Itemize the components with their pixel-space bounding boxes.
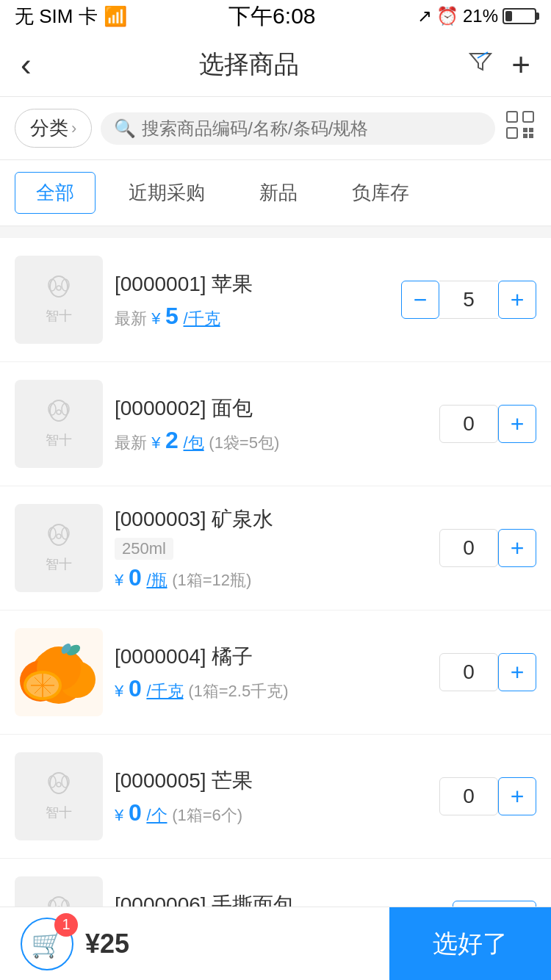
svg-rect-1 <box>507 112 517 122</box>
product-image <box>15 628 103 716</box>
quantity-increase-button[interactable]: + <box>498 529 536 567</box>
price-label: 最新 <box>115 309 151 328</box>
quantity-increase-button[interactable]: + <box>498 405 536 443</box>
search-icon: 🔍 <box>114 118 136 139</box>
quantity-decrease-button[interactable]: − <box>401 281 439 319</box>
bottom-bar: 🛒 1 ¥25 选好了 <box>0 907 551 980</box>
wifi-icon: 📶 <box>104 5 127 28</box>
cart-icon-wrap[interactable]: 🛒 1 <box>21 918 73 970</box>
quantity-input[interactable] <box>439 653 498 691</box>
category-button[interactable]: 分类 › <box>15 109 92 148</box>
svg-rect-4 <box>523 128 527 132</box>
header-actions: + <box>467 46 530 83</box>
svg-rect-3 <box>507 128 517 138</box>
quantity-increase-button[interactable]: + <box>498 777 536 815</box>
category-chevron-icon: › <box>71 119 76 138</box>
carrier-label: 无 SIM 卡 <box>15 4 98 29</box>
quantity-input[interactable] <box>439 777 498 815</box>
quantity-input[interactable] <box>439 281 498 319</box>
alarm-icon: ⏰ <box>436 6 458 26</box>
battery-icon <box>503 8 536 24</box>
price-value: 0 <box>129 564 142 591</box>
quantity-control: + <box>439 405 536 443</box>
cart-section: 🛒 1 ¥25 <box>0 918 389 970</box>
price-box-info: (1箱=12瓶) <box>172 571 251 589</box>
add-button[interactable]: + <box>511 46 530 83</box>
cart-amount: ¥25 <box>85 929 129 959</box>
brand-watermark: 智十 <box>46 804 72 821</box>
svg-point-35 <box>57 782 61 787</box>
product-info: [0000001] 苹果 最新 ¥ 5 /千克 <box>115 270 389 330</box>
product-price: ¥ 0 /千克 (1箱=2.5千克) <box>115 675 428 702</box>
price-unit: /包 <box>184 433 204 452</box>
price-value: 2 <box>165 427 179 453</box>
status-left: 无 SIM 卡 📶 <box>15 4 127 29</box>
tab-recent[interactable]: 近期采购 <box>107 172 226 214</box>
back-button[interactable]: ‹ <box>21 46 32 83</box>
page-title: 选择商品 <box>199 48 299 82</box>
product-image: 智十 <box>15 752 103 840</box>
price-unit: /千克 <box>146 682 183 700</box>
price-value: 0 <box>129 799 142 826</box>
price-box-info: (1袋=5包) <box>209 433 279 452</box>
svg-rect-6 <box>523 134 527 138</box>
product-info: [0000005] 芒果 ¥ 0 /个 (1箱=6个) <box>115 767 428 826</box>
confirm-button[interactable]: 选好了 <box>389 907 551 981</box>
status-bar: 无 SIM 卡 📶 下午6:08 ↗ ⏰ 21% <box>0 0 551 32</box>
price-currency: ¥ <box>115 806 123 824</box>
price-box-info: (1箱=2.5千克) <box>188 682 288 700</box>
svg-point-19 <box>57 534 61 538</box>
price-label: 最新 <box>115 433 151 452</box>
svg-point-11 <box>57 286 61 290</box>
product-spec: 250ml <box>115 538 173 560</box>
product-info: [0000003] 矿泉水 250ml ¥ 0 /瓶 (1箱=12瓶) <box>115 505 428 591</box>
product-list: 智十 [0000001] 苹果 最新 ¥ 5 /千克 − + <box>0 238 551 980</box>
product-image: 智十 <box>15 504 103 592</box>
tab-all[interactable]: 全部 <box>15 172 96 214</box>
brand-watermark: 智十 <box>46 555 72 573</box>
scan-icon[interactable] <box>504 109 536 148</box>
tab-new[interactable]: 新品 <box>238 172 319 214</box>
status-right: ↗ ⏰ 21% <box>417 6 536 26</box>
tab-negative[interactable]: 负库存 <box>331 172 431 214</box>
price-currency: ¥ <box>151 433 160 452</box>
brand-watermark: 智十 <box>46 307 72 325</box>
product-name: [0000001] 苹果 <box>115 270 389 298</box>
location-icon: ↗ <box>417 6 432 26</box>
price-currency: ¥ <box>151 309 160 328</box>
header: ‹ 选择商品 + <box>0 32 551 97</box>
battery-percent: 21% <box>463 6 498 26</box>
product-image: 智十 <box>15 380 103 468</box>
quantity-input[interactable] <box>439 405 498 443</box>
product-item: 智十 [0000003] 矿泉水 250ml ¥ 0 /瓶 (1箱=12瓶) + <box>0 486 551 610</box>
brand-watermark: 智十 <box>46 431 72 449</box>
category-label: 分类 <box>30 115 68 141</box>
cart-badge: 1 <box>54 913 78 937</box>
product-price: 最新 ¥ 5 /千克 <box>115 303 389 330</box>
svg-point-15 <box>57 410 61 414</box>
product-name: [0000004] 橘子 <box>115 643 428 671</box>
search-input[interactable] <box>142 118 482 139</box>
filter-bar: 分类 › 🔍 <box>0 97 551 160</box>
quantity-increase-button[interactable]: + <box>498 281 536 319</box>
price-box-info: (1箱=6个) <box>172 806 242 824</box>
status-time: 下午6:08 <box>228 1 315 32</box>
product-name: [0000005] 芒果 <box>115 767 428 795</box>
product-price: ¥ 0 /个 (1箱=6个) <box>115 799 428 826</box>
quantity-increase-button[interactable]: + <box>498 653 536 691</box>
price-unit: /千克 <box>184 309 220 328</box>
product-item: 智十 [0000005] 芒果 ¥ 0 /个 (1箱=6个) + <box>0 735 551 859</box>
quantity-input[interactable] <box>439 529 498 567</box>
price-currency: ¥ <box>115 682 123 700</box>
svg-rect-2 <box>523 112 533 122</box>
product-price: 最新 ¥ 2 /包 (1袋=5包) <box>115 427 428 454</box>
price-unit: /个 <box>146 806 167 824</box>
product-info: [0000004] 橘子 ¥ 0 /千克 (1箱=2.5千克) <box>115 643 428 702</box>
quantity-control: + <box>439 529 536 567</box>
search-box: 🔍 <box>101 112 495 145</box>
filter-icon[interactable] <box>467 48 494 81</box>
price-value: 5 <box>165 303 179 329</box>
price-currency: ¥ <box>115 571 123 589</box>
product-item: 智十 [0000001] 苹果 最新 ¥ 5 /千克 − + <box>0 238 551 362</box>
product-name: [0000002] 面包 <box>115 394 428 422</box>
